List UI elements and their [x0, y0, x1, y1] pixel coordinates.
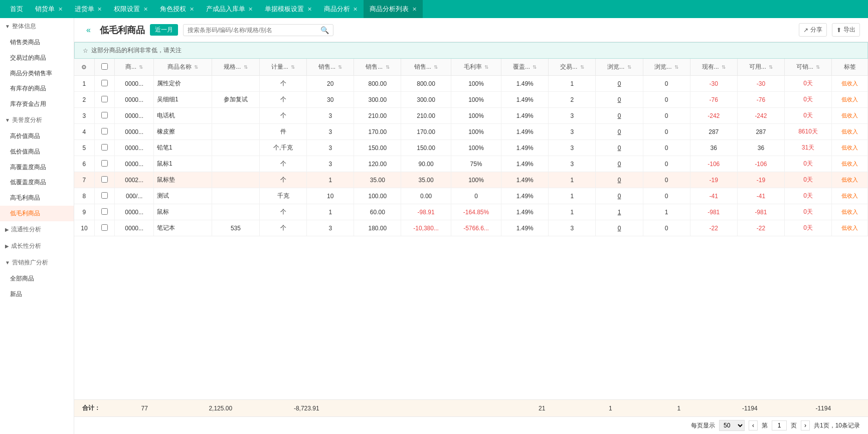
cell-cb-8[interactable] [94, 204, 115, 220]
sidebar-group-marketing[interactable]: ▼ 营销推广分析 [0, 254, 74, 271]
col-sales-price: 销售... ⇅ [354, 59, 401, 76]
cell-views1-6[interactable]: 0 [596, 172, 643, 188]
sidebar-item-in-stock[interactable]: 有库存的商品 [0, 81, 74, 96]
sidebar-item-high-gross[interactable]: 高毛利商品 [0, 190, 74, 206]
sidebar-item-all-goods[interactable]: 全部商品 [0, 271, 74, 286]
per-page-select[interactable]: 50 100 [719, 420, 745, 431]
nav-goods-analysis[interactable]: 商品分析 ✕ [318, 0, 364, 18]
cell-unit-6: 个 [260, 172, 307, 188]
sort-available[interactable]: ⇅ [769, 64, 773, 70]
cell-views1-0[interactable]: 0 [596, 76, 643, 92]
sidebar-item-traded-goods[interactable]: 交易过的商品 [0, 50, 74, 66]
row-checkbox-3[interactable] [101, 128, 108, 134]
row-checkbox-9[interactable] [101, 224, 108, 231]
cell-cb-2[interactable] [94, 108, 115, 124]
cell-coverage-9: 1.49% [501, 220, 549, 236]
sort-views1[interactable]: ⇅ [627, 64, 631, 70]
cell-views1-8[interactable]: 1 [596, 204, 643, 220]
select-all-checkbox[interactable] [101, 63, 108, 70]
cell-sales-amount-7: 0.00 [401, 188, 451, 204]
sidebar-item-low-value[interactable]: 低价值商品 [0, 144, 74, 160]
cell-cb-0[interactable] [94, 76, 115, 92]
sidebar-group-circulation[interactable]: ▶ 流通性分析 [0, 221, 74, 238]
row-checkbox-0[interactable] [101, 80, 108, 86]
sort-sellable[interactable]: ⇅ [816, 64, 820, 70]
cell-cb-4[interactable] [94, 140, 115, 156]
col-setting[interactable]: ⚙ [74, 59, 94, 76]
sidebar-group-overall[interactable]: ▼ 整体信息 [0, 18, 74, 35]
cell-name-4: 铅笔1 [153, 140, 212, 156]
nav-home[interactable]: 首页 [4, 0, 29, 18]
cell-cb-6[interactable] [94, 172, 115, 188]
cell-unit-1: 个 [260, 92, 307, 108]
sidebar-item-low-coverage[interactable]: 低覆盖度商品 [0, 175, 74, 190]
cell-views1-4[interactable]: 0 [596, 140, 643, 156]
cell-cb-7[interactable] [94, 188, 115, 204]
sort-unit[interactable]: ⇅ [291, 64, 295, 70]
nav-sales-order[interactable]: 销货单 ✕ [29, 0, 69, 18]
footer-sales-qty: 77 [134, 405, 154, 412]
sidebar-item-new-goods[interactable]: 新品 [0, 286, 74, 302]
export-btn[interactable]: ⬆ 导出 [832, 23, 860, 37]
cell-trade-2: 3 [549, 108, 596, 124]
cell-views1-9[interactable]: 0 [596, 220, 643, 236]
sidebar-item-high-coverage[interactable]: 高覆盖度商品 [0, 160, 74, 175]
row-checkbox-5[interactable] [101, 160, 108, 167]
row-checkbox-7[interactable] [101, 192, 108, 199]
sort-code[interactable]: ⇅ [139, 64, 143, 70]
cell-sellable-4: 31天 [784, 140, 831, 156]
search-box: 🔍 [183, 24, 333, 36]
sort-coverage[interactable]: ⇅ [533, 64, 537, 70]
nav-role-auth[interactable]: 角色授权 ✕ [154, 0, 200, 18]
sidebar-item-stock-fund[interactable]: 库存资金占用 [0, 96, 74, 112]
cell-gross-margin-1: 100% [451, 92, 501, 108]
sort-gross-margin[interactable]: ⇅ [484, 64, 488, 70]
cell-views1-7[interactable]: 0 [596, 188, 643, 204]
sort-sales-price[interactable]: ⇅ [386, 64, 390, 70]
cell-cb-3[interactable] [94, 124, 115, 140]
table-row: 6 0000... 鼠标1 个 3 120.00 90.00 75% 1.49%… [74, 156, 868, 172]
next-page-btn[interactable]: › [801, 420, 810, 430]
cell-code-4: 0000... [115, 140, 154, 156]
share-btn[interactable]: ↗ 分享 [799, 23, 827, 37]
nav-product-storage[interactable]: 产成品入库单 ✕ [200, 0, 259, 18]
sidebar-group-growth[interactable]: ▶ 成长性分析 [0, 238, 74, 254]
col-available: 可用... ⇅ [737, 59, 784, 76]
sort-sales-amount[interactable]: ⇅ [434, 64, 438, 70]
nav-goods-analysis-list[interactable]: 商品分析列表 ✕ [364, 0, 423, 18]
sort-current-stock[interactable]: ⇅ [722, 64, 726, 70]
nav-template-setting[interactable]: 单据模板设置 ✕ [259, 0, 318, 18]
cell-code-8: 0000... [115, 204, 154, 220]
nav-purchase-order[interactable]: 进货单 ✕ [69, 0, 108, 18]
sort-name[interactable]: ⇅ [194, 64, 198, 70]
nav-permission-setting[interactable]: 权限设置 ✕ [108, 0, 154, 18]
row-checkbox-4[interactable] [101, 144, 108, 151]
sidebar-item-category-sales-rate[interactable]: 商品分类销售率 [0, 66, 74, 81]
row-checkbox-1[interactable] [101, 96, 108, 102]
sort-sales-qty[interactable]: ⇅ [338, 64, 342, 70]
sidebar-item-low-gross[interactable]: 低毛利商品 [0, 206, 74, 221]
search-input[interactable] [188, 27, 320, 34]
row-checkbox-2[interactable] [101, 112, 108, 118]
row-checkbox-6[interactable] [101, 176, 108, 183]
cell-views1-5[interactable]: 0 [596, 156, 643, 172]
sort-trade[interactable]: ⇅ [580, 64, 584, 70]
cell-views1-2[interactable]: 0 [596, 108, 643, 124]
cell-views1-3[interactable]: 0 [596, 124, 643, 140]
cell-views1-1[interactable]: 0 [596, 92, 643, 108]
cell-cb-5[interactable] [94, 156, 115, 172]
filter-recent-month-btn[interactable]: 近一月 [150, 24, 178, 36]
cell-cb-9[interactable] [94, 220, 115, 236]
row-checkbox-8[interactable] [101, 208, 108, 215]
cell-cb-1[interactable] [94, 92, 115, 108]
sort-spec[interactable]: ⇅ [244, 64, 248, 70]
sidebar-item-sales-goods[interactable]: 销售类商品 [0, 35, 74, 50]
sidebar-group-reputation[interactable]: ▼ 美誉度分析 [0, 112, 74, 128]
sidebar-collapse-btn[interactable]: « [82, 26, 95, 35]
sort-views2[interactable]: ⇅ [674, 64, 678, 70]
prev-page-btn[interactable]: ‹ [749, 420, 758, 430]
cell-coverage-7: 1.49% [501, 188, 549, 204]
sidebar-item-high-value[interactable]: 高价值商品 [0, 128, 74, 144]
page-input[interactable] [772, 420, 787, 430]
col-checkbox[interactable] [94, 59, 115, 76]
